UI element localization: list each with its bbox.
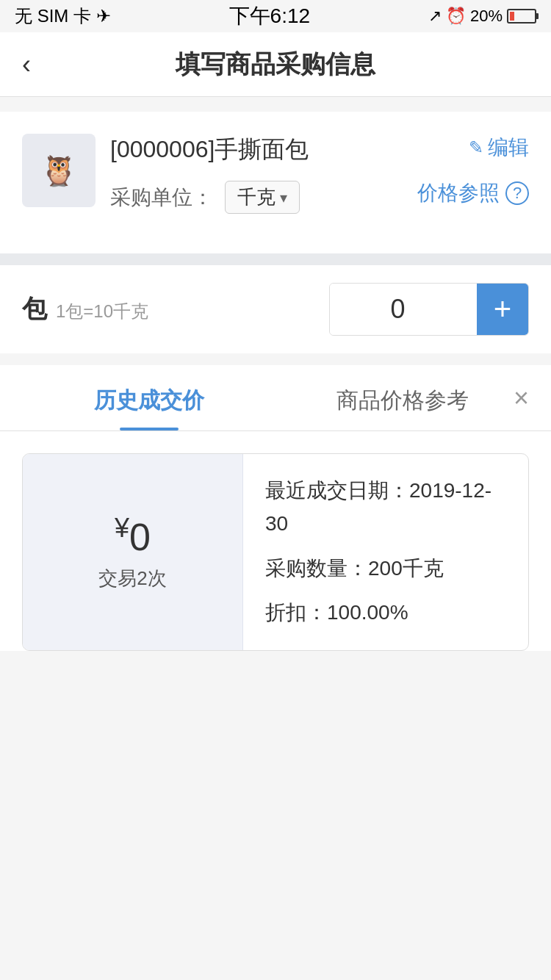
status-bar: 无 SIM 卡 ✈ 下午6:12 ↗ ⏰ 20% xyxy=(0,0,551,32)
product-name: [0000006]手撕面包 xyxy=(110,134,309,166)
tabs-row: 历史成交价 商品价格参考 × xyxy=(0,365,551,431)
unit-select[interactable]: 千克 ▾ xyxy=(225,181,300,214)
edit-button[interactable]: ✎ 编辑 xyxy=(469,134,529,162)
recent-date-label: 最近成交日期： xyxy=(265,479,409,502)
nav-bar: ‹ 填写商品采购信息 xyxy=(0,32,551,97)
dropdown-arrow-icon: ▾ xyxy=(280,189,287,206)
card-price-summary: ¥0 交易2次 xyxy=(23,454,243,650)
unit-label: 采购单位： xyxy=(110,184,213,212)
bottom-panel: 历史成交价 商品价格参考 × ¥0 交易2次 最近成交日期：2019-12-30… xyxy=(0,365,551,651)
status-right: ↗ ⏰ 20% xyxy=(428,7,536,26)
tab-product-price-ref[interactable]: 商品价格参考 xyxy=(276,365,529,430)
card-details: 最近成交日期：2019-12-30 采购数量：200千克 折扣：100.00% xyxy=(243,454,528,650)
card-price-value: ¥0 xyxy=(115,513,151,559)
quantity-input[interactable] xyxy=(330,284,477,335)
back-button[interactable]: ‹ xyxy=(22,49,66,80)
product-left: 🦉 [0000006]手撕面包 采购单位： 千克 ▾ xyxy=(22,134,309,214)
recent-date-row: 最近成交日期：2019-12-30 xyxy=(265,475,506,541)
discount-value: 100.00% xyxy=(327,601,408,624)
card-trades: 交易2次 xyxy=(98,566,166,591)
edit-icon: ✎ xyxy=(469,137,483,158)
battery-icon xyxy=(507,9,536,24)
product-thumb-icon: 🦉 xyxy=(40,154,77,188)
status-left: 无 SIM 卡 ✈ xyxy=(15,4,111,28)
quantity-label: 采购数量： xyxy=(265,557,368,580)
battery-percent: 20% xyxy=(470,7,503,26)
quantity-value: 200千克 xyxy=(368,557,444,580)
status-time: 下午6:12 xyxy=(229,2,311,30)
product-header: 🦉 [0000006]手撕面包 采购单位： 千克 ▾ ✎ 编辑 xyxy=(22,134,529,214)
quantity-row: 包 1包=10千克 + xyxy=(0,265,551,353)
help-icon: ? xyxy=(505,181,529,205)
currency-symbol: ¥ xyxy=(115,513,129,543)
tab-history-price[interactable]: 历史成交价 xyxy=(22,365,276,430)
product-thumbnail: 🦉 xyxy=(22,134,96,207)
product-section: 🦉 [0000006]手撕面包 采购单位： 千克 ▾ ✎ 编辑 xyxy=(0,112,551,253)
quantity-label-group: 包 1包=10千克 xyxy=(22,292,148,326)
quantity-input-group: + xyxy=(329,283,529,336)
page-title: 填写商品采购信息 xyxy=(176,48,375,82)
section-divider xyxy=(0,253,551,265)
price-ref-button[interactable]: 价格参照 ? xyxy=(417,179,529,207)
tab-close-button[interactable]: × xyxy=(514,383,529,414)
alarm-icon: ⏰ xyxy=(446,7,466,26)
transaction-card: ¥0 交易2次 最近成交日期：2019-12-30 采购数量：200千克 折扣：… xyxy=(22,453,529,651)
quantity-plus-button[interactable]: + xyxy=(477,284,528,335)
location-icon: ↗ xyxy=(428,7,442,26)
sim-text: 无 SIM 卡 ✈ xyxy=(15,4,111,28)
product-unit-row: 采购单位： 千克 ▾ xyxy=(110,181,309,214)
quantity-unit: 包 xyxy=(22,292,47,326)
unit-value: 千克 xyxy=(237,184,276,210)
product-info: [0000006]手撕面包 采购单位： 千克 ▾ xyxy=(110,134,309,214)
purchase-qty-row: 采购数量：200千克 xyxy=(265,552,506,586)
discount-label: 折扣： xyxy=(265,601,327,624)
discount-row: 折扣：100.00% xyxy=(265,597,506,630)
quantity-equiv: 1包=10千克 xyxy=(56,300,148,323)
